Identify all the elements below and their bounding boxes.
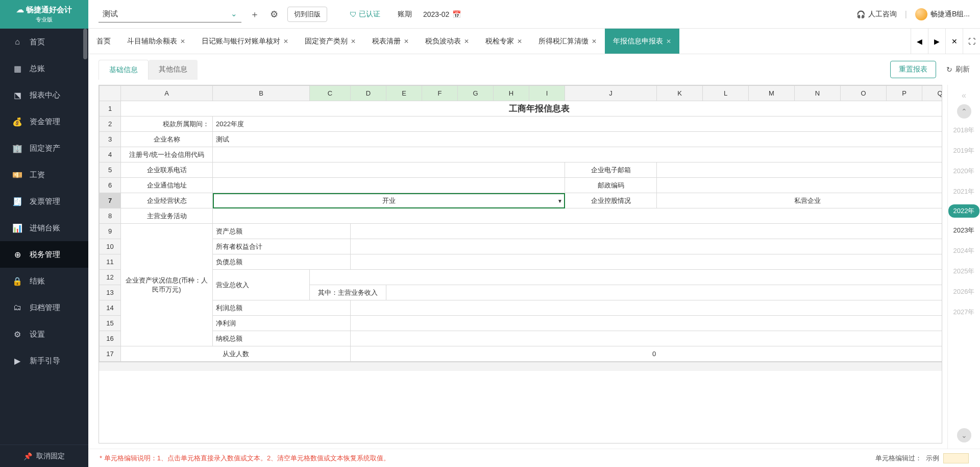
cell[interactable]: 从业人数 bbox=[121, 346, 351, 362]
scrollbar[interactable] bbox=[83, 29, 87, 59]
cell-corner[interactable] bbox=[100, 86, 121, 101]
cell[interactable] bbox=[310, 270, 943, 285]
subtab-other[interactable]: 其他信息 bbox=[149, 60, 198, 80]
col-header-G[interactable]: G bbox=[458, 86, 494, 101]
cell[interactable] bbox=[213, 147, 943, 162]
sidebar-item-5[interactable]: 💴工资 bbox=[0, 161, 88, 188]
close-icon[interactable]: ✕ bbox=[283, 38, 288, 45]
cell[interactable]: 企业联系电话 bbox=[121, 162, 213, 178]
cell[interactable]: 企业通信地址 bbox=[121, 178, 213, 193]
tab-6[interactable]: 税检专家✕ bbox=[477, 29, 530, 54]
cell[interactable] bbox=[213, 178, 565, 193]
refresh-button[interactable]: ↻刷新 bbox=[946, 65, 970, 74]
year-down[interactable]: ⌄ bbox=[957, 428, 971, 442]
sidebar-item-0[interactable]: ⌂首页 bbox=[0, 29, 88, 55]
cell[interactable] bbox=[351, 316, 943, 331]
cell[interactable] bbox=[657, 178, 943, 193]
row-header-6[interactable]: 6 bbox=[100, 178, 121, 193]
row-header-17[interactable]: 17 bbox=[100, 346, 121, 362]
year-2018年[interactable]: 2018年 bbox=[953, 123, 975, 138]
col-header-Q[interactable]: Q bbox=[922, 86, 943, 101]
cell[interactable]: 主营业务活动 bbox=[121, 208, 213, 224]
row-header-15[interactable]: 15 bbox=[100, 316, 121, 331]
cell[interactable] bbox=[351, 331, 943, 346]
reset-button[interactable]: 重置报表 bbox=[890, 61, 936, 78]
subtab-basic[interactable]: 基础信息 bbox=[99, 60, 149, 80]
col-header-H[interactable]: H bbox=[494, 86, 529, 101]
year-2025年[interactable]: 2025年 bbox=[953, 264, 975, 279]
col-header-C[interactable]: C bbox=[310, 86, 351, 101]
horizontal-scrollbar[interactable] bbox=[99, 362, 942, 371]
col-header-I[interactable]: I bbox=[529, 86, 565, 101]
col-header-K[interactable]: K bbox=[657, 86, 703, 101]
row-header-5[interactable]: 5 bbox=[100, 162, 121, 178]
cell[interactable] bbox=[213, 208, 943, 224]
year-2020年[interactable]: 2020年 bbox=[953, 164, 975, 179]
close-icon[interactable]: ✕ bbox=[464, 38, 469, 45]
col-header-F[interactable]: F bbox=[422, 86, 458, 101]
row-header-14[interactable]: 14 bbox=[100, 300, 121, 316]
sidebar-item-12[interactable]: ▶新手引导 bbox=[0, 347, 88, 374]
year-2021年[interactable]: 2021年 bbox=[953, 184, 975, 199]
year-2024年[interactable]: 2024年 bbox=[953, 243, 975, 259]
cell[interactable]: 企业电子邮箱 bbox=[565, 162, 657, 178]
cell[interactable]: 所有者权益合计 bbox=[213, 239, 351, 254]
support-button[interactable]: 🎧人工咨询 bbox=[856, 10, 897, 19]
row-header-9[interactable]: 9 bbox=[100, 224, 121, 239]
tabs-prev[interactable]: ◀ bbox=[911, 29, 928, 54]
sidebar-item-1[interactable]: ▦总账 bbox=[0, 55, 88, 82]
cell[interactable]: 私营企业 bbox=[657, 193, 943, 208]
cell[interactable]: 注册号/统一社会信用代码 bbox=[121, 147, 213, 162]
tab-2[interactable]: 日记账与银行对账单核对✕ bbox=[193, 29, 297, 54]
close-icon[interactable]: ✕ bbox=[592, 38, 597, 45]
year-collapse[interactable]: « bbox=[962, 91, 966, 100]
user-menu[interactable]: 畅捷通B组... bbox=[915, 8, 970, 20]
year-2022年[interactable]: 2022年 bbox=[948, 204, 980, 218]
cell[interactable]: 企业控股情况 bbox=[565, 193, 657, 208]
cell[interactable]: 利润总额 bbox=[213, 300, 351, 316]
cell[interactable] bbox=[351, 254, 943, 270]
col-header-D[interactable]: D bbox=[351, 86, 386, 101]
year-2023年[interactable]: 2023年 bbox=[953, 223, 975, 238]
spreadsheet[interactable]: ABCDEFGHIJKLMNOPQ 1工商年报信息表2税款所属期间：2022年度… bbox=[99, 85, 942, 443]
tab-7[interactable]: 所得税汇算清缴✕ bbox=[530, 29, 605, 54]
col-header-A[interactable]: A bbox=[121, 86, 213, 101]
cell[interactable]: 测试 bbox=[213, 132, 943, 147]
row-header-3[interactable]: 3 bbox=[100, 132, 121, 147]
sidebar-item-11[interactable]: ⚙设置 bbox=[0, 321, 88, 347]
sidebar-item-10[interactable]: 🗂归档管理 bbox=[0, 294, 88, 321]
year-up[interactable]: ⌃ bbox=[957, 104, 971, 119]
cell[interactable]: 企业名称 bbox=[121, 132, 213, 147]
fullscreen-button[interactable]: ⛶ bbox=[963, 29, 980, 54]
col-header-N[interactable]: N bbox=[795, 86, 841, 101]
col-header-L[interactable]: L bbox=[703, 86, 749, 101]
company-dropdown[interactable]: 测试 ⌄ bbox=[99, 6, 241, 22]
row-header-12[interactable]: 12 bbox=[100, 270, 121, 285]
close-icon[interactable]: ✕ bbox=[404, 38, 409, 45]
close-icon[interactable]: ✕ bbox=[517, 38, 522, 45]
col-header-B[interactable]: B bbox=[213, 86, 310, 101]
row-header-11[interactable]: 11 bbox=[100, 254, 121, 270]
sidebar-item-9[interactable]: 🔒结账 bbox=[0, 268, 88, 294]
close-icon[interactable]: ✕ bbox=[180, 38, 185, 45]
row-header-2[interactable]: 2 bbox=[100, 116, 121, 132]
settings-icon[interactable]: ⚙ bbox=[268, 8, 280, 20]
year-2019年[interactable]: 2019年 bbox=[953, 143, 975, 158]
col-header-E[interactable]: E bbox=[386, 86, 422, 101]
tabs-close-all[interactable]: ✕ bbox=[945, 29, 963, 54]
period-picker[interactable]: 2023-02 📅 bbox=[423, 10, 461, 18]
sidebar-item-2[interactable]: ⬔报表中心 bbox=[0, 82, 88, 108]
row-header-8[interactable]: 8 bbox=[100, 208, 121, 224]
row-header-1[interactable]: 1 bbox=[100, 101, 121, 116]
row-header-16[interactable]: 16 bbox=[100, 331, 121, 346]
row-header-13[interactable]: 13 bbox=[100, 285, 121, 300]
col-header-M[interactable]: M bbox=[749, 86, 795, 101]
tab-3[interactable]: 固定资产类别✕ bbox=[297, 29, 364, 54]
tab-1[interactable]: 斗目辅助余额表✕ bbox=[119, 29, 193, 54]
year-2027年[interactable]: 2027年 bbox=[953, 305, 975, 320]
tab-8[interactable]: 年报信息申报表✕ bbox=[605, 29, 679, 54]
tab-4[interactable]: 税表清册✕ bbox=[364, 29, 417, 54]
row-header-4[interactable]: 4 bbox=[100, 147, 121, 162]
cell[interactable] bbox=[657, 162, 943, 178]
row-header-10[interactable]: 10 bbox=[100, 239, 121, 254]
